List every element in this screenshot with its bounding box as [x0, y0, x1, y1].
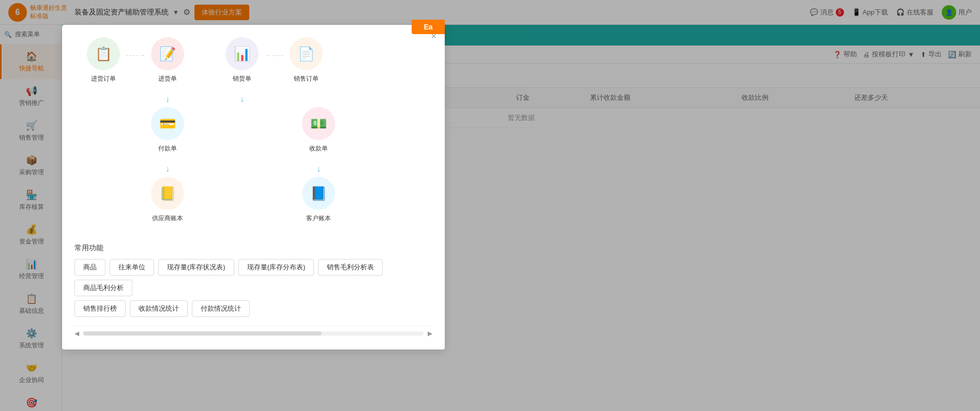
- flow-row-1: 📋 进货订单 📝 进货单 📊: [74, 37, 432, 83]
- ea-badge: Ea: [412, 20, 445, 34]
- scroll-track[interactable]: [83, 331, 424, 336]
- func-btn-product-gross[interactable]: 商品毛利分析: [74, 280, 132, 296]
- supplier-ledger-label: 供应商账本: [152, 214, 183, 223]
- payment-circle: 💳: [151, 107, 184, 140]
- overlay[interactable]: × 📋 进货订单 📝 进货单: [0, 0, 980, 411]
- flow-row-3: 📒 供应商账本 📘 客户账本: [74, 177, 432, 223]
- customer-ledger-label: 客户账本: [306, 214, 331, 223]
- func-btn-stock-dist[interactable]: 现存量(库存分布表): [238, 259, 314, 276]
- sales-bill-circle: 📊: [225, 37, 259, 70]
- sales-bill-label: 销货单: [233, 74, 251, 83]
- flow-diagram: 📋 进货订单 📝 进货单 📊: [74, 37, 432, 231]
- sales-order-label: 销售订单: [294, 74, 319, 83]
- common-functions: 常用功能 商品 往来单位 现存量(库存状况表) 现存量(库存分布表) 销售毛利分…: [74, 243, 432, 317]
- purchase-order-circle: 📋: [87, 37, 120, 70]
- func-btn-receipt-stats[interactable]: 收款情况统计: [130, 300, 188, 317]
- node-purchase-bill[interactable]: 📝 进货单: [151, 37, 184, 83]
- supplier-ledger-circle: 📒: [151, 177, 184, 210]
- arrow-down-payment: [151, 161, 184, 177]
- popup-scrollbar: ◀ ▶: [74, 325, 432, 337]
- function-buttons: 商品 往来单位 现存量(库存状况表) 现存量(库存分布表) 销售毛利分析表 商品…: [74, 259, 432, 296]
- receipt-circle: 💵: [302, 107, 335, 140]
- func-btn-sales-gross[interactable]: 销售毛利分析表: [318, 259, 383, 276]
- scroll-left-icon[interactable]: ◀: [74, 330, 79, 337]
- flow-popup: × 📋 进货订单 📝 进货单: [62, 25, 445, 349]
- node-supplier-ledger[interactable]: 📒 供应商账本: [151, 177, 184, 223]
- purchase-bill-label: 进货单: [158, 74, 177, 83]
- purchase-order-label: 进货订单: [91, 74, 116, 83]
- node-customer-ledger[interactable]: 📘 客户账本: [302, 177, 335, 223]
- node-sales-order[interactable]: 📄 销售订单: [290, 37, 323, 83]
- func-btn-stock-status[interactable]: 现存量(库存状况表): [158, 259, 234, 276]
- arrow-purchase: [120, 55, 151, 56]
- common-func-title: 常用功能: [74, 243, 432, 253]
- func-btn-partner[interactable]: 往来单位: [110, 259, 154, 276]
- func-btn-product[interactable]: 商品: [74, 259, 105, 276]
- vertical-arrows-row1: [74, 92, 432, 107]
- arrow-down-receipt: [302, 161, 335, 177]
- node-purchase-order[interactable]: 📋 进货订单: [87, 37, 120, 83]
- receipt-label: 收款单: [309, 144, 328, 153]
- customer-ledger-circle: 📘: [302, 177, 335, 210]
- purchase-bill-circle: 📝: [151, 37, 184, 70]
- sales-order-circle: 📄: [290, 37, 323, 70]
- arrow-sales: [259, 55, 290, 56]
- node-payment[interactable]: 💳 付款单: [151, 107, 184, 153]
- arrow-down-sales-bill: [225, 92, 259, 107]
- payment-label: 付款单: [158, 144, 177, 153]
- scroll-right-icon[interactable]: ▶: [428, 330, 432, 337]
- flow-row-2: 💳 付款单 💵 收款单: [74, 107, 432, 153]
- scroll-thumb: [83, 331, 322, 336]
- function-buttons-row2: 销售排行榜 收款情况统计 付款情况统计: [74, 300, 432, 317]
- arrow-down-purchase-bill: [151, 92, 184, 107]
- node-sales-bill[interactable]: 📊 销货单: [225, 37, 259, 83]
- vertical-arrows-row2: [74, 161, 432, 177]
- node-receipt[interactable]: 💵 收款单: [302, 107, 335, 153]
- func-btn-sales-rank[interactable]: 销售排行榜: [74, 300, 126, 317]
- func-btn-payment-stats[interactable]: 付款情况统计: [192, 300, 250, 317]
